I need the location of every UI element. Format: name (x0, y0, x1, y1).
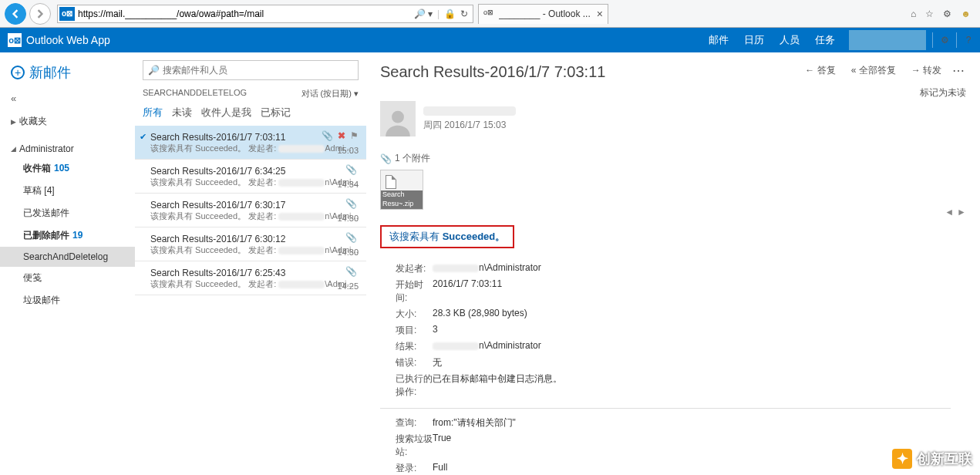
refresh-icon[interactable]: ↻ (460, 8, 468, 19)
message-subject: Search Results-2016/1/7 6:30:12 (150, 234, 359, 244)
smiley-icon[interactable]: ☻ (961, 8, 971, 19)
owa-logo-icon: o⊠ (8, 33, 22, 47)
help-icon[interactable]: ? (957, 35, 980, 45)
folder-item[interactable]: SearchAndDeletelog (0, 247, 135, 267)
nav-mail[interactable]: 邮件 (701, 28, 736, 52)
message-subject: Search Results-2016/1/7 6:25:43 (150, 268, 359, 278)
owa-top-bar: o⊠ Outlook Web App 邮件 日历 人员 任务 ⚙ ? (0, 28, 980, 52)
tab-close-icon[interactable]: × (597, 8, 603, 20)
folder-item[interactable]: 草稿 [4] (0, 180, 135, 202)
document-icon (386, 175, 396, 189)
message-time: 15:03 (337, 146, 359, 155)
delete-icon[interactable]: ✖ (338, 130, 345, 141)
attachment-icon: 📎 (345, 232, 357, 243)
nav-calendar[interactable]: 日历 (736, 28, 772, 52)
attachment-icon: 📎 (345, 164, 357, 175)
message-preview: 该搜索具有 Succeeded。 发起者: n\Admi... (150, 244, 359, 256)
reading-pane: Search Results-2016/1/7 7:03:11 ← 答复 « 全… (366, 52, 980, 475)
message-item[interactable]: 📎Search Results-2016/1/7 6:25:43该搜索具有 Su… (135, 261, 366, 295)
attachment-icon: 📎 (380, 153, 392, 164)
list-filters: 所有 未读 收件人是我 已标记 (135, 104, 366, 126)
reply-all-icon: « (851, 65, 857, 76)
nav-people[interactable]: 人员 (772, 28, 807, 52)
k-error: 错误: (396, 356, 433, 369)
message-item[interactable]: 📎Search Results-2016/1/7 6:30:17该搜索具有 Su… (135, 194, 366, 227)
folder-item[interactable]: 已删除邮件19 (0, 224, 135, 247)
tab-title: ________ - Outlook ... (499, 8, 591, 19)
message-item[interactable]: 📎Search Results-2016/1/7 6:34:25该搜索具有 Su… (135, 160, 366, 194)
home-icon[interactable]: ⌂ (911, 8, 916, 19)
reply-all-button[interactable]: « 全部答复 (851, 64, 896, 77)
more-actions-icon[interactable]: ⋯ (952, 63, 966, 78)
v-size: 28.3 KB (28,980 bytes) (433, 308, 527, 321)
redacted (433, 342, 479, 350)
attachment-item[interactable]: Search Resu~.zip (380, 170, 423, 210)
k-action: 已执行的操作: (396, 372, 433, 399)
reply-button[interactable]: ← 答复 (805, 64, 835, 77)
app-brand: Outlook Web App (26, 34, 110, 46)
message-preview: 该搜索具有 Succeeded。 发起者: \Admi... (150, 278, 359, 290)
folder-item[interactable]: 已发送邮件 (0, 202, 135, 224)
owa-favicon-icon: o⊠ (59, 7, 75, 21)
filter-tome[interactable]: 收件人是我 (201, 106, 251, 120)
new-mail-button[interactable]: + 新邮件 (0, 60, 135, 93)
browser-tab[interactable]: o⊠ ________ - Outlook ... × (478, 4, 608, 24)
folder-item[interactable]: 便笺 (0, 267, 135, 289)
v-log: Full (433, 462, 447, 475)
collapse-nav[interactable]: « (0, 93, 135, 112)
forward-button[interactable]: → 转发 (911, 64, 941, 77)
message-item[interactable]: 📎Search Results-2016/1/7 6:30:12该搜索具有 Su… (135, 227, 366, 261)
message-item[interactable]: ✔📎 ✖ ⚑Search Results-2016/1/7 7:03:11该搜索… (135, 126, 366, 160)
v-start: 2016/1/7 7:03:11 (433, 278, 502, 305)
message-subject: Search Results-2016/1/7 6:34:25 (150, 166, 359, 177)
search-info-table: 发起者:n\Administrator 开始时间:2016/1/7 7:03:1… (396, 261, 966, 475)
back-button[interactable] (5, 3, 26, 25)
folder-name-label: SEARCHANDDELETELOG (143, 88, 247, 99)
address-bar[interactable]: o⊠ https://mail.__________/owa/owa#path=… (57, 5, 473, 23)
v-action: 已在目标邮箱中创建日志消息。 (433, 372, 562, 399)
watermark: ✦ 创新互联 (892, 449, 972, 469)
k-sender: 发起者: (396, 262, 433, 275)
message-time: 14:30 (337, 214, 359, 223)
user-chip[interactable] (849, 30, 926, 50)
attachment-icon: 📎 (345, 266, 357, 277)
message-time: 14:25 (337, 281, 359, 291)
k-query: 查询: (396, 416, 433, 430)
redacted (433, 264, 479, 272)
nav-tasks[interactable]: 任务 (807, 28, 843, 52)
v-sender: n\Administrator (479, 262, 541, 273)
mailbox-label: Administrator (19, 143, 74, 154)
message-subject: Search Results-2016/1/7 6:30:17 (150, 200, 359, 211)
message-preview: 该搜索具有 Succeeded。 发起者: Admi... (150, 143, 359, 154)
favorites-icon[interactable]: ☆ (925, 8, 934, 19)
message-time: 14:34 (337, 180, 359, 189)
search-box[interactable]: 🔎 (143, 60, 359, 80)
forward-button[interactable] (29, 3, 51, 25)
mark-unread-link[interactable]: 标记为未读 (920, 86, 966, 99)
next-message-icon[interactable]: ► (957, 207, 966, 217)
new-mail-label: 新邮件 (29, 63, 71, 82)
mailbox-section[interactable]: ◢Administrator (0, 140, 135, 157)
folder-item[interactable]: 垃圾邮件 (0, 289, 135, 312)
favorites-section[interactable]: ▶收藏夹 (0, 112, 135, 131)
search-icon: 🔎 (148, 65, 160, 76)
owa-favicon-icon: o⊠ (483, 8, 496, 19)
filter-unread[interactable]: 未读 (172, 106, 192, 120)
sender-name (423, 106, 516, 116)
k-result: 结果: (396, 340, 433, 353)
filter-all[interactable]: 所有 (143, 106, 163, 120)
chevron-down-icon: ◢ (11, 145, 16, 153)
filter-flagged[interactable]: 已标记 (261, 106, 291, 120)
k-start: 开始时间: (396, 278, 433, 305)
search-input[interactable] (163, 65, 353, 76)
flag-icon[interactable]: ⚑ (350, 130, 359, 141)
settings-icon[interactable]: ⚙ (933, 35, 956, 45)
v-items: 3 (433, 324, 438, 337)
prev-message-icon[interactable]: ◄ (945, 207, 954, 217)
favorites-label: 收藏夹 (19, 115, 47, 128)
folder-item[interactable]: 收件箱105 (0, 157, 135, 180)
tools-icon[interactable]: ⚙ (943, 8, 951, 19)
search-dropdown-icon[interactable]: 🔎 ▾ (414, 8, 433, 19)
sort-conversation[interactable]: 对话 (按日期) ▾ (301, 88, 359, 99)
folder-nav: + 新邮件 « ▶收藏夹 ◢Administrator 收件箱105草稿 [4]… (0, 52, 135, 475)
